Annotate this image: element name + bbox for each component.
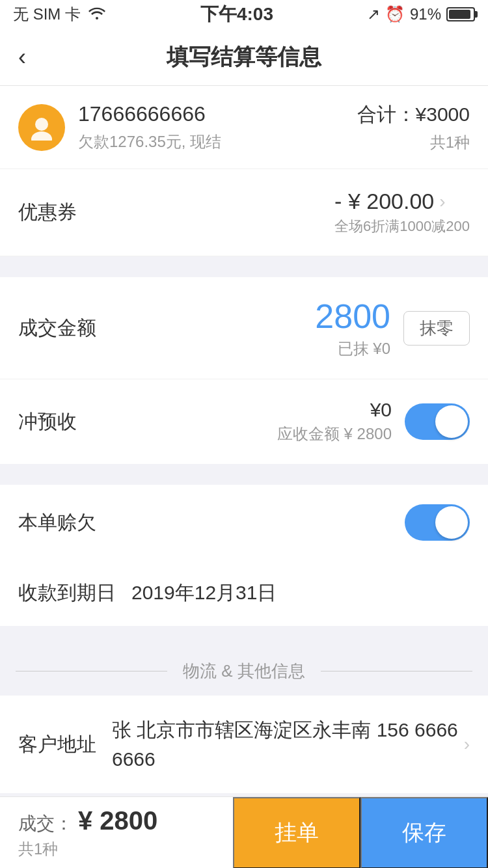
precollect-amount: ¥0 (277, 399, 392, 421)
address-chevron: › (464, 734, 470, 755)
coupon-detail: 全场6折满1000减200 (334, 217, 470, 236)
pending-button[interactable]: 挂单 (233, 797, 360, 869)
coupon-amount: - ¥ 200.00 (334, 189, 434, 214)
bottom-summary: 成交： ¥ 2800 共1种 (0, 806, 233, 860)
divider-1 (0, 267, 488, 277)
divider-2 (0, 474, 488, 485)
svg-point-0 (35, 118, 48, 131)
deal-amount-section: 成交金额 2800 已抹 ¥0 抹零 冲预收 ¥0 应收金额 ¥ 2800 (0, 277, 488, 464)
customer-sub-info: 欠款1276.35元, 现结 (78, 131, 221, 152)
logistics-section-title-row: 物流 & 其他信息 (0, 647, 488, 696)
save-button[interactable]: 保存 (360, 797, 488, 869)
status-left: 无 SIM 卡 (13, 4, 107, 25)
customer-section: 17666666666 欠款1276.35元, 现结 合计：¥3000 共1种 … (0, 86, 488, 256)
section-title-line-right (321, 671, 472, 671)
customer-right: 合计：¥3000 共1种 (357, 102, 470, 153)
section-title-line-left (16, 671, 167, 671)
deal-amount-label: 成交金额 (18, 315, 96, 342)
precollect-values: ¥0 应收金额 ¥ 2800 (277, 399, 392, 444)
address-section: 客户地址 张 北京市市辖区海淀区永丰南 156 6666 6666 › (0, 696, 488, 793)
deal-amount-sub: 已抹 ¥0 (315, 338, 390, 359)
chevron-right-icon: › (439, 191, 445, 212)
debt-toggle-knob (435, 506, 468, 539)
precollect-right: ¥0 应收金额 ¥ 2800 (277, 399, 470, 444)
debt-row: 本单赊欠 (0, 485, 488, 560)
coupon-right: - ¥ 200.00 › 全场6折满1000减200 (334, 189, 470, 236)
customer-info: 17666666666 欠款1276.35元, 现结 (78, 102, 221, 152)
sim-status: 无 SIM 卡 (13, 4, 81, 25)
address-value: 张 北京市市辖区海淀区永丰南 156 6666 6666 (112, 715, 464, 774)
due-date-value: 2019年12月31日 (131, 580, 277, 606)
nav-bar: ‹ 填写结算等信息 (0, 29, 488, 86)
back-button[interactable]: ‹ (18, 44, 26, 71)
total-count: 共1种 (357, 132, 470, 153)
total-amount: 合计：¥3000 (357, 102, 470, 128)
coupon-label: 优惠券 (18, 199, 77, 226)
precollect-toggle[interactable] (405, 403, 470, 440)
due-date-row: 收款到期日 2019年12月31日 (0, 560, 488, 626)
status-bar: 无 SIM 卡 下午4:03 ↗ ⏰ 91% (0, 0, 488, 29)
location-icon: ↗ (367, 5, 380, 23)
svg-point-1 (31, 131, 52, 141)
bottom-amount: ¥ 2800 (78, 806, 157, 835)
due-date-label: 收款到期日 (18, 580, 116, 606)
address-row[interactable]: 客户地址 张 北京市市辖区海淀区永丰南 156 6666 6666 › (0, 696, 488, 793)
wifi-icon (87, 5, 107, 23)
debt-section: 本单赊欠 收款到期日 2019年12月31日 (0, 485, 488, 626)
logistics-section-title: 物流 & 其他信息 (183, 660, 305, 683)
bottom-label: 成交： (18, 811, 73, 836)
alarm-icon: ⏰ (385, 5, 405, 23)
back-arrow-icon: ‹ (18, 44, 26, 70)
deal-amount-value: 2800 (315, 297, 390, 336)
precollect-sub: 应收金额 ¥ 2800 (277, 424, 392, 444)
bottom-summary-top: 成交： ¥ 2800 (18, 806, 215, 836)
page-title: 填写结算等信息 (167, 42, 321, 72)
toggle-knob (435, 405, 468, 438)
precollect-label: 冲预收 (18, 409, 77, 435)
deal-amount-right: 2800 已抹 ¥0 抹零 (315, 297, 470, 359)
status-right: ↗ ⏰ 91% (367, 5, 475, 23)
customer-left: 17666666666 欠款1276.35元, 现结 (18, 102, 221, 152)
debt-label: 本单赊欠 (18, 509, 96, 536)
precollect-row: 冲预收 ¥0 应收金额 ¥ 2800 (0, 379, 488, 464)
avatar (18, 104, 65, 151)
address-label: 客户地址 (18, 731, 96, 758)
battery-icon (446, 7, 475, 21)
round-off-button[interactable]: 抹零 (403, 311, 470, 346)
address-chevron-icon: › (464, 734, 470, 755)
battery-percentage: 91% (410, 5, 441, 23)
deal-amount-row: 成交金额 2800 已抹 ¥0 抹零 (0, 277, 488, 379)
customer-row: 17666666666 欠款1276.35元, 现结 合计：¥3000 共1种 (0, 86, 488, 169)
bottom-bar: 成交： ¥ 2800 共1种 挂单 保存 (0, 796, 488, 868)
debt-toggle[interactable] (405, 504, 470, 541)
bottom-count: 共1种 (18, 839, 215, 860)
status-time: 下午4:03 (200, 2, 273, 27)
divider-3 (0, 636, 488, 647)
coupon-row[interactable]: 优惠券 - ¥ 200.00 › 全场6折满1000减200 (0, 169, 488, 256)
customer-phone: 17666666666 (78, 102, 221, 126)
